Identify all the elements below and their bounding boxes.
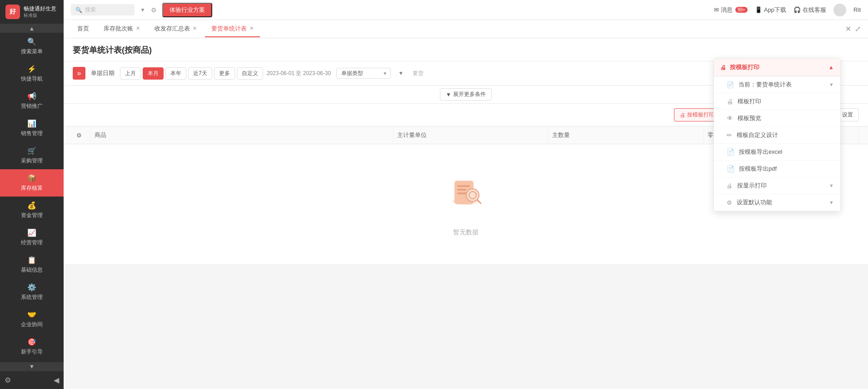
dropdown-group-display-print[interactable]: 🖨 按显示打印 ▼	[714, 177, 840, 194]
dropdown-title-area: 🖨 按模板打印	[720, 63, 759, 71]
col-qty: 主数量	[549, 126, 703, 144]
dropdown-item-template-excel[interactable]: 📄 按模板导出excel	[714, 144, 840, 161]
sidebar-item-guide[interactable]: 🎯 新手引导	[0, 333, 64, 360]
dropdown-item-template-print[interactable]: 🖨 模板打印	[714, 93, 840, 110]
print-template-label: 按模板打印	[687, 111, 714, 119]
dropdown-item-template-preview[interactable]: 👁 模板预览	[714, 110, 840, 127]
inventory-icon: 📦	[27, 174, 36, 182]
quick-nav-icon: ⚡	[27, 65, 36, 73]
sidebar-item-label: 销售管理	[21, 130, 43, 137]
sidebar-item-sales[interactable]: 📊 销售管理	[0, 115, 64, 142]
settings-col-label: ⚙	[76, 132, 82, 139]
system-icon: ⚙️	[27, 283, 36, 292]
app-version: 标准版	[24, 12, 56, 19]
tab-inventory-batch-close[interactable]: ✕	[136, 25, 140, 31]
sidebar-item-operation[interactable]: 📈 经营管理	[0, 224, 64, 251]
unit-col-label: 主计量单位	[397, 131, 427, 138]
logo-text: 畅捷通好生意 标准版	[24, 5, 56, 19]
tab-inventory-batch-label: 库存批次账	[104, 25, 133, 33]
app-download-btn[interactable]: 📱 App下载	[755, 6, 786, 14]
tab-receipt-summary-label: 收发存汇总表	[155, 25, 190, 33]
col-settings[interactable]: ⚙	[73, 127, 91, 143]
message-icon: ✉	[714, 6, 719, 13]
topbar-gear-icon[interactable]: ⚙	[151, 6, 157, 14]
sidebar-item-label: 营销推广	[21, 102, 43, 110]
order-type-select[interactable]: 单据类型	[336, 68, 391, 79]
sidebar-item-basic[interactable]: 📋 基础信息	[0, 251, 64, 278]
tab-home-label: 首页	[77, 25, 89, 33]
sidebar-item-finance[interactable]: 💰 资金管理	[0, 197, 64, 224]
dropdown-item-template-design[interactable]: ✏ 模板自定义设计	[714, 127, 840, 144]
tab-inventory-batch[interactable]: 库存批次账 ✕	[97, 21, 146, 37]
date-this-year-btn[interactable]: 本年	[165, 67, 186, 80]
date-last-month-btn[interactable]: 上月	[120, 67, 141, 80]
marketing-icon: 📢	[27, 92, 36, 101]
online-service-btn[interactable]: 🎧 在线客服	[793, 6, 826, 14]
date-filter-label: 单据日期	[91, 69, 115, 77]
page-title: 要货单统计表(按商品)	[73, 45, 859, 56]
date-more-btn[interactable]: 更多	[214, 67, 235, 80]
expand-more-btn[interactable]: ▼ 展开更多条件	[440, 88, 492, 101]
sidebar-item-system[interactable]: ⚙️ 系统管理	[0, 278, 64, 306]
tab-order-summary[interactable]: 要货单统计表 ✕	[205, 21, 260, 37]
print-dropdown-popup: 🖨 按模板打印 ▲ 📄 当前：要货单统计表 ▼ 🖨 模板打印	[713, 58, 841, 212]
svg-rect-2	[457, 185, 470, 187]
topbar-search[interactable]: 🔍 搜索	[71, 4, 135, 15]
sidebar-item-purchase[interactable]: 🛒 采购管理	[0, 142, 64, 169]
sidebar-item-quick-nav[interactable]: ⚡ 快捷导航	[0, 60, 64, 87]
topbar-chevron-icon[interactable]: ▼	[140, 7, 145, 13]
display-print-icon: 🖨	[727, 182, 733, 189]
online-service-label: 在线客服	[803, 6, 826, 14]
template-design-icon: ✏	[727, 131, 732, 139]
print-icon: 🖨	[680, 112, 685, 118]
sidebar-item-collab[interactable]: 🤝 企业协同	[0, 306, 64, 333]
filter-expand-btn[interactable]: »	[73, 67, 85, 80]
current-label-inner: 当前：要货单统计表 ▼	[738, 81, 834, 89]
close-window-btn[interactable]: ✕	[845, 25, 851, 33]
avatar[interactable]	[833, 4, 846, 16]
date-custom-btn[interactable]: 自定义	[237, 67, 263, 80]
display-print-left: 🖨 按显示打印	[727, 182, 767, 190]
content-wrapper: 要货单统计表(按商品) » 单据日期 上月 本月 本年 近7天 更多 自定义 2…	[64, 38, 868, 264]
sidebar-item-marketing[interactable]: 📢 营销推广	[0, 87, 64, 115]
dropdown-current-item[interactable]: 📄 当前：要货单统计表 ▼	[714, 76, 840, 93]
date-7days-btn[interactable]: 近7天	[188, 67, 212, 80]
template-print-label: 模板打印	[738, 97, 761, 106]
search-icon: 🔍	[75, 7, 82, 13]
dropdown-close-chevron[interactable]: ▲	[828, 64, 834, 71]
search-placeholder: 搜索	[85, 6, 96, 14]
empty-icon	[445, 172, 486, 221]
main-area: 🔍 搜索 ▼ ⚙ 体验行业方案 ✉ 消息 99+ 📱 App下载 🎧 在线客服 …	[64, 0, 868, 389]
tab-order-summary-label: 要货单统计表	[211, 25, 247, 33]
expand-more-icon: ▼	[446, 91, 451, 98]
tab-order-summary-close[interactable]: ✕	[249, 25, 254, 31]
template-excel-icon: 📄	[727, 148, 734, 156]
sidebar-item-label: 系统管理	[21, 293, 43, 301]
maximize-window-btn[interactable]: ⤢	[855, 25, 861, 33]
topbar-right: ✉ 消息 99+ 📱 App下载 🎧 在线客服 Rit	[714, 4, 861, 16]
sidebar-item-appstore[interactable]: 🏪 应用中心	[0, 360, 64, 362]
sidebar-item-label: 企业协同	[21, 321, 43, 328]
collapse-icon[interactable]: ◀	[54, 376, 59, 384]
trial-button[interactable]: 体验行业方案	[162, 3, 212, 17]
app-name: 畅捷通好生意	[24, 5, 56, 13]
date-range-display: 2023-06-01 至 2023-06-30	[267, 70, 331, 77]
tab-receipt-summary[interactable]: 收发存汇总表 ✕	[148, 21, 203, 37]
sidebar-item-search[interactable]: 🔍 搜索菜单	[0, 33, 64, 60]
settings-icon[interactable]: ⚙	[5, 376, 11, 384]
order-goods-label: 要货	[413, 70, 424, 77]
sidebar-item-label: 资金管理	[21, 212, 43, 219]
sidebar-scroll-up[interactable]: ▲	[0, 24, 64, 33]
tab-home[interactable]: 首页	[71, 21, 95, 37]
dropdown-item-template-pdf[interactable]: 📄 按模板导出pdf	[714, 161, 840, 177]
messages-btn[interactable]: ✉ 消息 99+	[714, 6, 748, 14]
default-func-left: ⚙ 设置默认功能	[727, 198, 772, 207]
default-func-label: 设置默认功能	[737, 198, 772, 207]
sidebar-item-inventory[interactable]: 📦 库存核算	[0, 169, 64, 197]
topbar: 🔍 搜索 ▼ ⚙ 体验行业方案 ✉ 消息 99+ 📱 App下载 🎧 在线客服 …	[64, 0, 868, 20]
sidebar-scroll-down[interactable]: ▼	[0, 362, 64, 371]
date-this-month-btn[interactable]: 本月	[143, 67, 164, 80]
tab-receipt-summary-close[interactable]: ✕	[193, 25, 197, 31]
dropdown-group-default-func[interactable]: ⚙ 设置默认功能 ▼	[714, 194, 840, 211]
date-filter-group: 上月 本月 本年 近7天 更多 自定义 2023-06-01 至 2023-06…	[120, 67, 331, 80]
